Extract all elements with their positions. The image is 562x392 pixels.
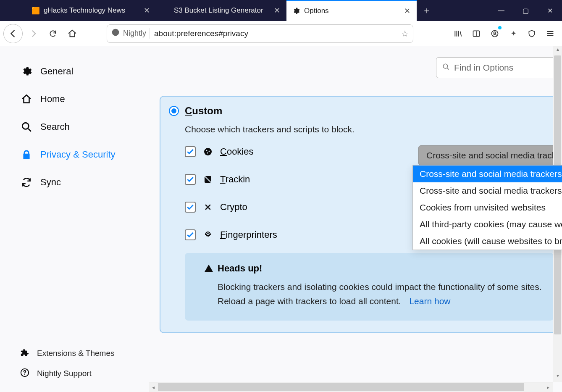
svg-point-9 (209, 151, 210, 152)
url-text: about:preferences#privacy (154, 29, 397, 38)
scroll-up-arrow[interactable]: ▴ (553, 46, 562, 55)
sidebar-item-privacy[interactable]: Privacy & Security (20, 142, 160, 167)
reader-view-button[interactable] (468, 25, 485, 42)
extension-icon[interactable]: ✦ (505, 25, 522, 42)
back-button[interactable] (3, 24, 23, 43)
tab-ghacks[interactable]: 🟧 gHacks Technology News ✕ (26, 0, 156, 21)
sidebar-item-general[interactable]: General (20, 59, 160, 84)
home-icon (20, 94, 33, 105)
svg-point-10 (207, 153, 208, 154)
crypto-icon (202, 202, 213, 212)
identity-box[interactable]: Nightly (111, 28, 150, 39)
close-icon[interactable]: ✕ (273, 7, 281, 14)
scroll-track[interactable] (158, 382, 544, 392)
sidebar-item-label: Sync (40, 177, 61, 188)
crypto-checkbox[interactable] (185, 202, 196, 213)
preferences-sidebar: General Home Search Privacy & Security (0, 46, 160, 392)
library-button[interactable] (449, 25, 466, 42)
dropdown-option[interactable]: Cross-site and social media trackers, an… (413, 182, 562, 199)
heads-up-box: Heads up! Blocking trackers and isolatin… (185, 253, 554, 321)
sidebar-item-search[interactable]: Search (20, 114, 160, 139)
firefox-icon (111, 28, 120, 39)
identity-label: Nightly (123, 29, 146, 38)
new-tab-button[interactable]: ＋ (417, 0, 437, 21)
cookies-dropdown[interactable]: Cross-site and social media trackers ⌄ (418, 145, 562, 166)
sidebar-item-label: Home (40, 94, 65, 105)
tracking-custom-panel: Custom Choose which trackers and scripts… (160, 96, 562, 333)
cookie-icon (202, 147, 213, 157)
window-controls: — ▢ ✕ (489, 0, 562, 21)
sidebar-item-home[interactable]: Home (20, 87, 160, 112)
minimize-button[interactable]: — (489, 0, 513, 21)
svg-point-0 (112, 29, 119, 36)
nav-toolbar: Nightly about:preferences#privacy ☆ ✦ (0, 21, 562, 46)
svg-point-8 (206, 150, 207, 151)
dropdown-option[interactable]: All cookies (will cause websites to brea… (413, 233, 562, 250)
sidebar-item-label: Privacy & Security (40, 149, 116, 160)
tab-options[interactable]: Options ✕ (286, 0, 417, 21)
tab-label: Options (304, 7, 399, 15)
svg-point-7 (204, 148, 212, 155)
site-icon (162, 7, 170, 14)
svg-point-6 (443, 64, 448, 68)
app-menu-button[interactable] (542, 25, 559, 42)
find-placeholder: Find in Options (454, 63, 513, 73)
sidebar-extensions-link[interactable]: Extensions & Themes (20, 343, 160, 363)
find-in-options[interactable]: Find in Options (436, 57, 562, 78)
reload-button[interactable] (45, 25, 61, 42)
shield-icon[interactable] (523, 25, 540, 42)
scroll-left-arrow[interactable]: ◂ (149, 382, 158, 392)
sidebar-item-label: General (40, 66, 73, 77)
sidebar-item-label: Search (40, 121, 70, 132)
tracking-icon (202, 174, 213, 184)
crypto-label: Crypto (220, 202, 247, 213)
puzzle-icon (20, 348, 29, 359)
sidebar-item-sync[interactable]: Sync (20, 170, 160, 195)
tab-strip: 🟧 gHacks Technology News ✕ S3 Bucket Lis… (0, 0, 562, 21)
dropdown-option[interactable]: All third-party cookies (may cause websi… (413, 216, 562, 233)
home-button[interactable] (64, 25, 81, 42)
tracking-label: Trackin (220, 174, 250, 185)
close-icon[interactable]: ✕ (143, 7, 150, 14)
footer-label: Nightly Support (37, 369, 92, 378)
svg-point-4 (22, 123, 29, 129)
search-icon (442, 63, 450, 73)
learn-how-link[interactable]: Learn how (409, 296, 450, 306)
url-bar[interactable]: Nightly about:preferences#privacy ☆ (107, 24, 413, 43)
sync-icon (20, 177, 33, 188)
account-button[interactable] (486, 25, 503, 42)
dropdown-option[interactable]: Cross-site and social media trackers (413, 166, 562, 182)
fingerprint-checkbox[interactable] (185, 229, 196, 240)
custom-radio[interactable] (169, 106, 179, 116)
horizontal-scrollbar[interactable]: ◂ ▸ (149, 382, 553, 392)
fingerprint-label: Fingerprinters (220, 229, 277, 240)
lock-icon (20, 149, 33, 160)
tab-label: S3 Bucket Listing Generator (174, 6, 269, 15)
gear-icon (20, 66, 33, 77)
maximize-button[interactable]: ▢ (513, 0, 538, 21)
tracking-checkbox[interactable] (185, 174, 196, 185)
scroll-thumb[interactable] (158, 383, 524, 391)
footer-label: Extensions & Themes (37, 349, 114, 358)
forward-button[interactable] (25, 25, 42, 42)
dropdown-option[interactable]: Cookies from unvisited websites (413, 199, 562, 216)
fingerprint-icon (202, 230, 213, 240)
scroll-right-arrow[interactable]: ▸ (544, 382, 553, 392)
cookies-label: Cookies (220, 146, 253, 157)
bookmark-star-icon[interactable]: ☆ (401, 29, 409, 39)
gear-icon (292, 7, 300, 15)
heads-up-body: Blocking trackers and isolating cookies … (218, 280, 543, 308)
warning-icon (204, 264, 213, 275)
close-icon[interactable]: ✕ (403, 7, 411, 15)
cookies-checkbox[interactable] (185, 146, 196, 157)
custom-title: Custom (185, 105, 222, 117)
site-icon: 🟧 (32, 7, 39, 14)
custom-subtitle: Choose which trackers and scripts to blo… (185, 124, 561, 134)
tab-s3[interactable]: S3 Bucket Listing Generator ✕ (156, 0, 286, 21)
sidebar-support-link[interactable]: Nightly Support (20, 363, 160, 384)
scroll-down-arrow[interactable]: ▾ (553, 373, 562, 382)
dropdown-value: Cross-site and social media trackers (426, 150, 562, 160)
help-icon (20, 368, 29, 379)
tab-label: gHacks Technology News (44, 6, 139, 15)
close-window-button[interactable]: ✕ (538, 0, 562, 21)
